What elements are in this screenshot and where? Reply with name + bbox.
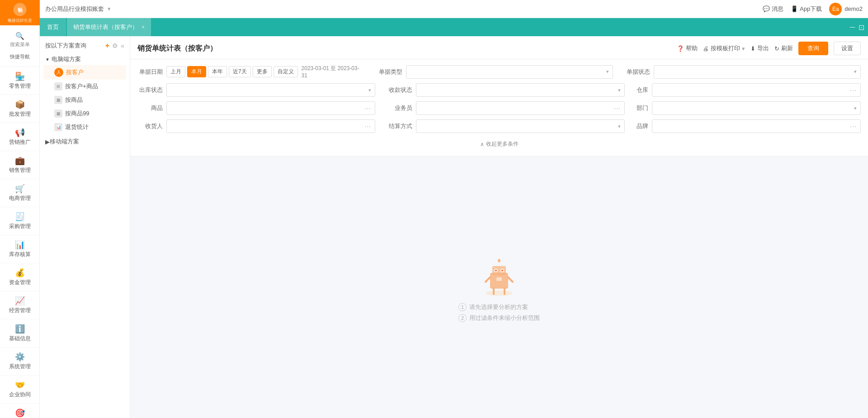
settings-scheme-button[interactable]: ⚙ <box>112 42 118 49</box>
date-custom-btn[interactable]: 自定义 <box>274 66 298 77</box>
scheme-item-by-product[interactable]: ▦ 按商品 <box>43 93 126 107</box>
mobile-group-arrow: ▶ <box>45 138 50 145</box>
collapse-panel-button[interactable]: « <box>121 42 124 49</box>
tab-minimize-button[interactable]: ─ <box>850 23 855 31</box>
sidebar-nav: 🏪 零售管理 📦 批发管理 📢 营销推广 💼 销售管理 🛒 电商管理 🧾 采购管… <box>0 67 39 418</box>
out-status-label: 出库状态 <box>137 86 166 94</box>
download-icon: 📱 <box>791 5 798 12</box>
warehouse-more-icon: ··· <box>850 86 857 94</box>
tab-sales-stats[interactable]: 销货单统计表（按客户） × <box>67 18 151 36</box>
left-panel-actions: + ⚙ « <box>105 42 124 50</box>
date-label: 单据日期 <box>137 68 166 76</box>
tab-restore-button[interactable]: ⊡ <box>859 23 864 32</box>
out-status-select[interactable]: ▾ <box>166 83 375 97</box>
scheme-item-by-customer[interactable]: 人 按客户 <box>43 65 126 80</box>
sidebar-logo[interactable]: 畅 畅捷信好生意 <box>0 0 40 25</box>
tip2-text: 用过滤条件来缩小分析范围 <box>469 314 540 322</box>
avatar: Ea <box>829 3 842 15</box>
message-button[interactable]: 💬 消息 <box>763 5 783 13</box>
tab-home[interactable]: 首页 <box>40 18 66 36</box>
date-this-month-btn[interactable]: 本月 <box>187 66 206 77</box>
date-more-btn[interactable]: 更多 <box>253 66 272 77</box>
department-select[interactable]: ▾ <box>652 101 861 115</box>
scheme-by-product99-label: 按商品99 <box>65 109 89 118</box>
salesperson-more-icon: ··· <box>614 104 621 112</box>
app-download-button[interactable]: 📱 App下载 <box>791 5 822 13</box>
date-last-7-btn[interactable]: 近7天 <box>229 66 251 77</box>
tip2-num: 2 <box>458 314 467 322</box>
scheme-item-by-product99[interactable]: ▦ 按商品99 <box>43 107 126 120</box>
export-button[interactable]: ⬇ 导出 <box>750 44 769 52</box>
sidebar-item-operation-label: 经营管理 <box>9 307 31 314</box>
collapse-label: 收起更多条件 <box>486 140 519 148</box>
payment-method-dropdown-icon: ▾ <box>618 124 621 129</box>
desktop-group-header[interactable]: ▼ 电脑端方案 <box>43 53 126 65</box>
sidebar-item-finance[interactable]: 💰 资金管理 <box>0 263 39 291</box>
department-dropdown-icon: ▾ <box>854 105 857 111</box>
receipt-status-select[interactable]: ▾ <box>416 83 625 97</box>
industry-dropdown-icon[interactable]: ▾ <box>108 5 111 12</box>
sidebar-item-basic[interactable]: ℹ️ 基础信息 <box>0 319 39 347</box>
mobile-scheme-group: ▶ 移动端方案 <box>40 136 130 147</box>
print-button[interactable]: 🖨 按模板打印 ▾ <box>703 44 745 52</box>
mobile-group-header[interactable]: ▶ 移动端方案 <box>43 136 126 147</box>
user-profile-button[interactable]: Ea demo2 <box>829 3 863 15</box>
sidebar-item-wholesale[interactable]: 📦 批发管理 <box>0 95 39 123</box>
receiver-select[interactable]: ··· <box>166 119 375 133</box>
empty-tip-1: 1 请先选择要分析的方案 <box>458 303 540 311</box>
refresh-button[interactable]: ↻ 刷新 <box>774 44 793 52</box>
help-button[interactable]: ❓ 帮助 <box>677 44 698 52</box>
scheme-by-customer-product-label: 按客户+商品 <box>65 82 98 90</box>
order-status-label: 单据状态 <box>613 68 654 76</box>
receiver-label: 收货人 <box>137 122 166 130</box>
sidebar-item-sales-label: 销售管理 <box>9 166 31 174</box>
query-button[interactable]: 查询 <box>798 42 828 55</box>
sidebar-item-newbie[interactable]: 🎯 新手引导 <box>0 404 39 418</box>
scheme-item-return-stats[interactable]: 📊 退货统计 <box>43 120 126 134</box>
order-status-select[interactable]: ▾ <box>654 65 861 79</box>
receipt-status-dropdown-icon: ▾ <box>618 87 621 93</box>
sidebar-item-sales[interactable]: 💼 销售管理 <box>0 151 39 179</box>
product-select[interactable]: ··· <box>166 101 375 115</box>
product-more-icon: ··· <box>364 104 371 112</box>
search-menu-button[interactable]: 🔍 搜索菜单 <box>10 29 30 51</box>
logo-sub-text: 畅捷信好生意 <box>8 18 32 24</box>
operation-icon: 📈 <box>15 296 25 306</box>
sidebar-item-marketing[interactable]: 📢 营销推广 <box>0 123 39 151</box>
sidebar-item-retail[interactable]: 🏪 零售管理 <box>0 67 39 95</box>
sidebar-item-inventory[interactable]: 📊 库存核算 <box>0 235 39 263</box>
product-label: 商品 <box>137 104 166 112</box>
help-label: 帮助 <box>686 44 698 52</box>
brand-select[interactable]: ··· <box>652 119 861 133</box>
main-area: 办公用品行业模拟账套 ▾ 💬 消息 📱 App下载 Ea demo2 首页 <box>40 0 868 418</box>
inventory-icon: 📊 <box>15 240 25 250</box>
sidebar-item-enterprise[interactable]: 🤝 企业协同 <box>0 375 39 404</box>
sidebar-item-purchase[interactable]: 🧾 采购管理 <box>0 207 39 235</box>
svg-point-8 <box>501 270 503 271</box>
order-type-select[interactable]: ▾ <box>406 65 613 79</box>
sidebar-item-ecommerce[interactable]: 🛒 电商管理 <box>0 179 39 207</box>
brand-more-icon: ··· <box>850 123 857 130</box>
payment-method-select[interactable]: ▾ <box>416 119 625 133</box>
sidebar-item-operation[interactable]: 📈 经营管理 <box>0 291 39 319</box>
scheme-by-product-label: 按商品 <box>65 96 83 104</box>
salesperson-select[interactable]: ··· <box>416 101 625 115</box>
desktop-group-label: 电脑端方案 <box>52 55 81 63</box>
sidebar-item-enterprise-label: 企业协同 <box>9 391 31 399</box>
shortcut-nav-button[interactable]: 快捷导航 <box>10 51 30 63</box>
settings-button[interactable]: 设置 <box>834 42 861 55</box>
date-this-year-btn[interactable]: 本年 <box>208 66 227 77</box>
page-actions: ❓ 帮助 🖨 按模板打印 ▾ ⬇ 导出 ↻ 刷新 <box>677 42 861 55</box>
page-title-bar: 销货单统计表（按客户） ❓ 帮助 🖨 按模板打印 ▾ ⬇ 导出 <box>130 36 868 59</box>
sidebar-item-ecommerce-label: 电商管理 <box>9 195 31 202</box>
search-menu-label: 搜索菜单 <box>10 41 30 48</box>
industry-name: 办公用品行业模拟账套 <box>45 5 104 13</box>
sidebar-item-system[interactable]: ⚙️ 系统管理 <box>0 347 39 375</box>
tab-close-icon[interactable]: × <box>142 24 145 30</box>
scheme-item-by-customer-product[interactable]: ⊞ 按客户+商品 <box>43 80 126 93</box>
sidebar-item-retail-label: 零售管理 <box>9 82 31 90</box>
collapse-more-button[interactable]: ∧ 收起更多条件 <box>137 138 861 151</box>
add-scheme-button[interactable]: + <box>105 42 109 50</box>
date-last-month-btn[interactable]: 上月 <box>166 66 185 77</box>
warehouse-select[interactable]: ··· <box>652 83 861 97</box>
